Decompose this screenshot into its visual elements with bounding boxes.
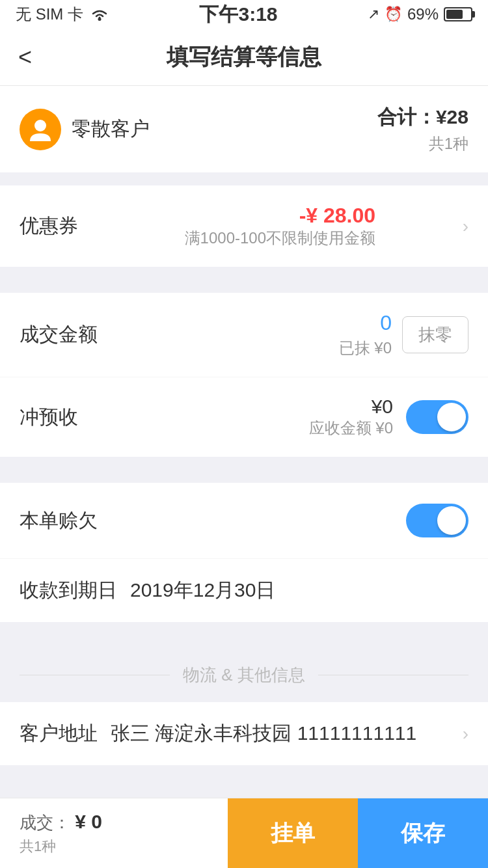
customer-avatar [20, 109, 61, 150]
battery-fill [446, 10, 463, 19]
save-button[interactable]: 保存 [358, 798, 488, 868]
bottom-count: 共1种 [20, 837, 208, 856]
precollect-amount: ¥0 [309, 396, 393, 418]
toggle-knob [437, 403, 466, 431]
debt-row: 本单赊欠 [0, 483, 488, 558]
deal-amount: ¥ 0 [75, 811, 102, 832]
round-zero-button[interactable]: 抹零 [402, 316, 468, 353]
coupon-chevron-icon: › [463, 216, 468, 237]
transaction-rounded: 已抹 ¥0 [339, 338, 392, 359]
transaction-label: 成交金额 [20, 321, 98, 348]
carrier-text: 无 SIM 卡 [16, 4, 83, 25]
divider-line-right [318, 675, 468, 675]
nav-bar: < 填写结算等信息 [0, 29, 488, 86]
due-date-value: 2019年12月30日 [130, 577, 275, 604]
page-title: 填写结算等信息 [167, 42, 321, 72]
address-card: 客户地址 张三 海淀永丰科技园 11111111111 › [0, 702, 488, 765]
back-button[interactable]: < [18, 44, 32, 71]
transaction-value: 0 [380, 311, 392, 335]
coupon-description: 满1000-100不限制使用金额 [185, 228, 375, 249]
status-bar: 无 SIM 卡 下午3:18 ↗ ⏰ 69% [0, 0, 488, 29]
bottom-bar: 成交： ¥ 0 共1种 挂单 保存 [0, 798, 488, 868]
avatar-icon [27, 116, 53, 142]
transaction-value-wrap: 0 已抹 ¥0 抹零 [339, 311, 468, 359]
bottom-buttons: 挂单 保存 [228, 798, 488, 868]
hold-button[interactable]: 挂单 [228, 798, 358, 868]
battery-icon [444, 7, 472, 21]
customer-summary: 合计：¥28 共1种 [377, 104, 468, 154]
deal-label: 成交： [20, 813, 70, 832]
separator-1 [0, 280, 488, 293]
bottom-info: 成交： ¥ 0 共1种 [0, 811, 228, 856]
precollect-toggle[interactable] [406, 400, 468, 434]
address-chevron-icon: › [463, 724, 468, 744]
debt-toggle[interactable] [406, 504, 468, 537]
address-row[interactable]: 客户地址 张三 海淀永丰科技园 11111111111 › [0, 702, 488, 765]
precollect-label: 冲预收 [20, 404, 98, 431]
alarm-icon: ⏰ [385, 6, 402, 23]
address-value: 张三 海淀永丰科技园 11111111111 [111, 720, 463, 747]
precollect-amounts: ¥0 应收金额 ¥0 [309, 396, 393, 439]
coupon-label: 优惠券 [20, 213, 98, 239]
content: 零散客户 合计：¥28 共1种 优惠券 -¥ 28.00 满1000-100不限… [0, 86, 488, 856]
customer-left: 零散客户 [20, 109, 150, 150]
coupon-right: -¥ 28.00 满1000-100不限制使用金额 [185, 204, 375, 249]
svg-point-0 [98, 18, 102, 21]
customer-card: 零散客户 合计：¥28 共1种 [0, 86, 488, 172]
precollect-row: 冲预收 ¥0 应收金额 ¥0 [0, 377, 488, 457]
debt-section: 本单赊欠 收款到期日 2019年12月30日 [0, 483, 488, 622]
precollect-receivable: 应收金额 ¥0 [309, 418, 393, 439]
status-right: ↗ ⏰ 69% [368, 5, 472, 23]
bottom-deal-row: 成交： ¥ 0 [20, 811, 208, 834]
transaction-row: 成交金额 0 已抹 ¥0 抹零 [0, 293, 488, 377]
location-icon: ↗ [368, 6, 379, 23]
separator-2 [0, 470, 488, 483]
customer-row: 零散客户 合计：¥28 共1种 [0, 86, 488, 172]
precollect-right: ¥0 应收金额 ¥0 [309, 396, 468, 439]
wifi-icon [90, 7, 109, 21]
coupon-discount: -¥ 28.00 [299, 204, 375, 228]
due-date-row: 收款到期日 2019年12月30日 [0, 558, 488, 622]
separator-3 [0, 635, 488, 648]
coupon-section: 优惠券 -¥ 28.00 满1000-100不限制使用金额 › [0, 185, 488, 267]
coupon-row[interactable]: 优惠券 -¥ 28.00 满1000-100不限制使用金额 › [0, 185, 488, 267]
total-amount: 合计：¥28 [377, 104, 468, 131]
debt-label: 本单赊欠 [20, 508, 98, 534]
due-date-label: 收款到期日 [20, 577, 117, 604]
debt-toggle-knob [437, 506, 466, 535]
customer-name: 零散客户 [72, 116, 150, 142]
logistics-text: 物流 & 其他信息 [183, 664, 305, 686]
transaction-amounts: 0 已抹 ¥0 [339, 311, 392, 359]
svg-point-1 [34, 120, 46, 131]
divider-line-left [20, 675, 170, 675]
transaction-section: 成交金额 0 已抹 ¥0 抹零 冲预收 ¥0 应收金额 ¥0 [0, 293, 488, 457]
battery-percent: 69% [407, 5, 439, 23]
logistics-divider: 物流 & 其他信息 [0, 648, 488, 702]
status-time: 下午3:18 [199, 1, 277, 28]
address-label: 客户地址 [20, 720, 98, 747]
total-count: 共1种 [377, 133, 468, 154]
status-left: 无 SIM 卡 [16, 4, 109, 25]
